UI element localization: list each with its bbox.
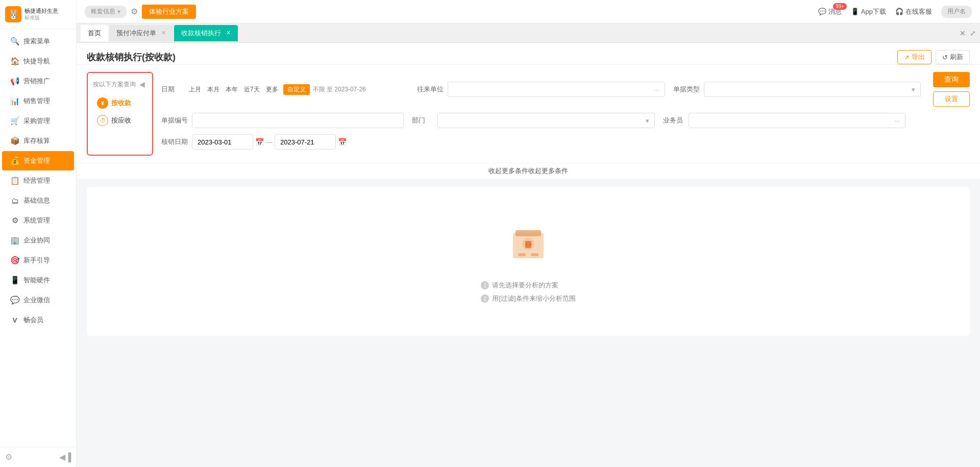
- sidebar-item-search-menu[interactable]: 🔍搜索菜单: [2, 32, 74, 51]
- account-chevron-icon: ▾: [117, 8, 120, 15]
- sidebar-item-purchase[interactable]: 🛒采购管理: [2, 111, 74, 131]
- filter-sidebar-collapse-icon[interactable]: ◀: [137, 78, 147, 90]
- sidebar-item-smart-hw[interactable]: 📱智能硬件: [2, 271, 74, 290]
- verify-date-end-calendar-icon[interactable]: 📅: [338, 138, 347, 146]
- page-actions: ↗ 导出 ↺ 刷新: [897, 50, 970, 64]
- verify-date-start-calendar-icon[interactable]: 📅: [255, 138, 264, 146]
- verify-date-group: 📅 — 📅: [192, 134, 970, 150]
- main-area: 账套信息 ▾ ⚙ 体验行业方案 💬 消息 99+ 📱 App下载 🎧 在线客服 …: [77, 0, 980, 467]
- doc-type-select[interactable]: ▾: [704, 82, 921, 97]
- tab-collection-label: 收款核销执行: [181, 29, 221, 38]
- sidebar-item-wechat[interactable]: 💬企业微信: [2, 290, 74, 310]
- svg-rect-4: [518, 253, 526, 256]
- export-btn[interactable]: ↗ 导出: [897, 50, 932, 64]
- system-icon: ⚙: [10, 216, 19, 225]
- filter-field-dept: 部门 ▾: [412, 113, 654, 128]
- date-range-text: 不限 至 2023-07-26: [313, 85, 366, 94]
- tab-prepay-label: 预付冲应付单: [116, 29, 156, 38]
- filter-row-3: 核销日期 📅 — 📅: [161, 134, 970, 150]
- close-tab-icon[interactable]: ✕: [960, 29, 966, 37]
- marketing-icon: 📢: [10, 77, 19, 86]
- doc-type-label: 单据类型: [673, 85, 700, 94]
- filter-receipt-icon: ¥: [97, 97, 108, 109]
- wechat-icon: 💬: [10, 296, 19, 305]
- sidebar-item-sales[interactable]: 📊销售管理: [2, 91, 74, 111]
- tab-collection-close-icon[interactable]: ✕: [226, 30, 231, 36]
- refresh-btn[interactable]: ↺ 刷新: [936, 50, 970, 64]
- staff-select[interactable]: ···: [689, 113, 905, 128]
- inventory-icon: 📦: [10, 136, 19, 145]
- filter-sidebar: 按以下方案查询 ◀ ¥ 按收款 ⏱ 按应收: [87, 72, 153, 156]
- account-selector[interactable]: 账套信息 ▾: [85, 6, 127, 18]
- query-btn[interactable]: 查询: [933, 72, 970, 87]
- svg-rect-5: [531, 253, 538, 256]
- counterpart-select[interactable]: ···: [448, 82, 665, 97]
- sidebar-item-basic-info[interactable]: 🗂基础信息: [2, 191, 74, 210]
- filter-row-1: 日期 上月 本月 本年 近7天 更多 自定义 不限 至 2023-07-26: [161, 72, 970, 107]
- sidebar: 🐰 畅捷通好生意 标准版 🔍搜索菜单 🏠快捷导航 📢营销推广 📊销售管理 🛒采购…: [0, 0, 77, 467]
- date-btn-more[interactable]: 更多: [264, 84, 280, 95]
- filter-field-verify-date: 核销日期 📅 — 📅: [161, 134, 970, 150]
- sidebar-item-system[interactable]: ⚙系统管理: [2, 211, 74, 230]
- tab-home[interactable]: 首页: [81, 25, 108, 41]
- doc-no-input[interactable]: [192, 113, 404, 128]
- filter-row-2: 单据编号 部门 ▾ 业务员 ···: [161, 113, 970, 128]
- sidebar-item-vip[interactable]: V畅会员: [2, 310, 74, 330]
- content-area: 收款核销执行(按收款) ↗ 导出 ↺ 刷新 按以下方案查询: [77, 43, 980, 467]
- finance-icon: 💰: [10, 156, 19, 165]
- empty-tip-2: 用[过滤]条件来缩小分析范围: [481, 292, 575, 305]
- filter-receivable-icon: ⏱: [97, 115, 108, 126]
- tab-prepay-close-icon[interactable]: ✕: [161, 30, 166, 36]
- verify-date-end-input[interactable]: [275, 134, 336, 150]
- dept-select[interactable]: ▾: [437, 113, 654, 128]
- expand-tab-icon[interactable]: ⤢: [970, 29, 976, 37]
- filter-option-by-receipt[interactable]: ¥ 按收款: [93, 94, 147, 112]
- counterpart-label: 往来单位: [417, 85, 444, 94]
- date-group: 上月 本月 本年 近7天 更多 自定义 不限 至 2023-07-26: [187, 84, 409, 95]
- date-custom-btn[interactable]: 自定义: [283, 84, 310, 95]
- filter-actions: 查询 设置: [929, 72, 970, 107]
- sidebar-item-marketing[interactable]: 📢营销推广: [2, 71, 74, 91]
- settings-icon[interactable]: ⚙: [5, 452, 12, 462]
- sidebar-item-enterprise[interactable]: 🏢企业协同: [2, 231, 74, 250]
- logo-title: 畅捷通好生意: [24, 7, 58, 14]
- user-account[interactable]: 用户名: [941, 6, 972, 18]
- enterprise-icon: 🏢: [10, 236, 19, 245]
- collapse-sidebar-icon[interactable]: ◀▐: [59, 452, 71, 462]
- tab-prepay[interactable]: 预付冲应付单 ✕: [109, 25, 173, 41]
- filter-form: 日期 上月 本月 本年 近7天 更多 自定义 不限 至 2023-07-26: [161, 72, 970, 156]
- sidebar-item-finance[interactable]: 💰资金管理: [2, 151, 74, 170]
- app-download-btn[interactable]: 📱 App下载: [851, 7, 886, 16]
- sidebar-item-operations[interactable]: 📋经营管理: [2, 171, 74, 190]
- sidebar-item-quick-nav[interactable]: 🏠快捷导航: [2, 52, 74, 71]
- date-btn-last-month[interactable]: 上月: [187, 84, 203, 95]
- setting-btn[interactable]: 设置: [933, 91, 970, 107]
- empty-state: 请先选择要分析的方案 用[过滤]条件来缩小分析范围: [87, 187, 970, 336]
- filter-option-by-receivable[interactable]: ⏱ 按应收: [93, 112, 147, 129]
- verify-date-start-input[interactable]: [192, 134, 253, 150]
- date-btn-this-year[interactable]: 本年: [224, 84, 240, 95]
- trial-btn[interactable]: 体验行业方案: [142, 5, 196, 19]
- service-btn[interactable]: 🎧 在线客服: [895, 7, 932, 16]
- purchase-icon: 🛒: [10, 116, 19, 126]
- date-btn-this-month[interactable]: 本月: [205, 84, 222, 95]
- svg-rect-1: [516, 230, 541, 236]
- service-icon: 🎧: [895, 8, 903, 15]
- tab-home-label: 首页: [88, 29, 101, 38]
- settings-gear-icon[interactable]: ⚙: [131, 7, 138, 16]
- filter-field-doc-type: 单据类型 ▾: [673, 82, 921, 97]
- sidebar-item-beginner[interactable]: 🎯新手引导: [2, 251, 74, 270]
- filter-sidebar-title: 按以下方案查询 ◀: [93, 78, 147, 90]
- sidebar-nav: 🔍搜索菜单 🏠快捷导航 📢营销推广 📊销售管理 🛒采购管理 📦库存核算 💰资金管…: [0, 29, 76, 447]
- doc-type-chevron-icon: ▾: [912, 86, 915, 93]
- operations-icon: 📋: [10, 176, 19, 185]
- tab-collection[interactable]: 收款核销执行 ✕: [174, 25, 238, 41]
- app-icon: 📱: [851, 8, 859, 15]
- messages-btn[interactable]: 💬 消息 99+: [818, 7, 842, 16]
- sidebar-item-inventory[interactable]: 📦库存核算: [2, 131, 74, 151]
- user-name: 用户名: [947, 7, 966, 16]
- date-btn-7days[interactable]: 近7天: [242, 84, 262, 95]
- staff-label: 业务员: [663, 116, 684, 125]
- collapse-more-btn[interactable]: 收起更多条件: [488, 166, 528, 176]
- export-icon: ↗: [904, 54, 910, 61]
